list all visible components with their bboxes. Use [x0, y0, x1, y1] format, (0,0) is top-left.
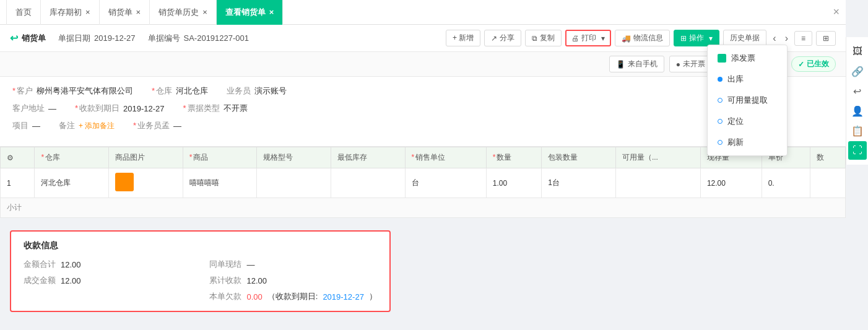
print-button[interactable]: 🖨 打印 ▾: [565, 30, 611, 46]
share-icon: ↗: [491, 34, 497, 43]
row-product-img: [109, 168, 183, 198]
project-label: 项目: [12, 120, 28, 131]
dropdown-refresh[interactable]: 刷新: [708, 132, 787, 153]
outbound-label: 出库: [727, 74, 744, 85]
th-product: 商品: [183, 147, 257, 168]
operations-button[interactable]: ⊞ 操作 ▾: [674, 30, 719, 46]
phone-icon: 📱: [616, 60, 625, 69]
project-value: —: [32, 121, 40, 131]
due-date: 2019-12-27: [323, 292, 364, 302]
tab-close-view[interactable]: ×: [269, 7, 274, 17]
sidebar-return-icon[interactable]: ↩: [848, 82, 867, 100]
settings-icon[interactable]: ⚙: [7, 154, 14, 162]
copy-icon: ⧉: [532, 34, 537, 43]
due-close: ）: [369, 291, 377, 302]
row-qty: 1.00: [486, 168, 542, 198]
locate-icon: [718, 119, 723, 124]
ticket-type-field: 票据类型 不开票: [183, 103, 248, 114]
dropdown-outbound[interactable]: 出库: [708, 69, 787, 90]
history-button[interactable]: 历史单据: [723, 30, 766, 46]
th-pkg-qty: 包装数量: [542, 147, 616, 168]
row-unit: 台: [405, 168, 486, 198]
sidebar-user-icon[interactable]: 👤: [848, 102, 867, 120]
available-qty-icon: [718, 98, 723, 103]
sidebar-link-icon[interactable]: 🔗: [848, 62, 867, 80]
row-spec: [257, 168, 331, 198]
th-settings[interactable]: ⚙: [1, 147, 35, 168]
payment-date-label: 收款到期日: [75, 103, 119, 114]
refresh-icon: [718, 140, 723, 145]
deal-amount-label: 成交金额: [24, 275, 56, 286]
ticket-icon: ●: [676, 60, 680, 69]
add-note-button[interactable]: + 添加备注: [79, 121, 115, 131]
amount-total-row: 金额合计 12.00: [24, 259, 191, 270]
logistics-icon: 🚚: [622, 34, 631, 43]
number-value: SA-20191227-001: [184, 33, 250, 43]
staff-value: —: [173, 121, 181, 131]
ops-dropdown-arrow[interactable]: ▾: [709, 34, 713, 43]
row-pkg-qty: 1台: [542, 168, 616, 198]
sidebar-image-icon[interactable]: 🖼: [848, 42, 867, 61]
view-card-button[interactable]: ⊞: [816, 31, 836, 46]
view-table-button[interactable]: ≡: [794, 31, 812, 46]
payment-section: 收款信息 金额合计 12.00 同单现结 — 成交金额 12.00 累计收款 1…: [10, 230, 391, 312]
th-warehouse: 仓库: [35, 147, 109, 168]
table-row: 1 河北仓库 嘻嘻嘻嘻 台 1.00 1台 12.00 0.: [1, 168, 846, 198]
bottom-area: 收款信息 金额合计 12.00 同单现结 — 成交金额 12.00 累计收款 1…: [0, 218, 846, 324]
tab-sales-order[interactable]: 销货单 ×: [100, 0, 150, 25]
tab-view-sales[interactable]: 查看销货单 ×: [217, 0, 284, 25]
row-min-stock: [331, 168, 405, 198]
note-field: 备注 + 添加备注: [59, 120, 115, 131]
nav-prev-button[interactable]: ‹: [770, 33, 778, 44]
payment-title: 收款信息: [24, 240, 377, 251]
payment-date-field: 收款到期日 2019-12-27: [75, 103, 165, 114]
accumulated-value: 12.00: [246, 276, 267, 285]
logistics-button[interactable]: 🚚 物流信息: [615, 30, 670, 46]
th-unit: 销售单位: [405, 147, 486, 168]
print-dropdown-arrow[interactable]: ▾: [601, 34, 605, 43]
tab-close-history[interactable]: ×: [202, 7, 207, 17]
row-warehouse: 河北仓库: [35, 168, 109, 198]
amount-total-value: 12.00: [61, 260, 81, 269]
salesperson-field: 业务员 演示账号: [227, 85, 287, 97]
tab-close-inventory[interactable]: ×: [85, 7, 90, 17]
tab-inventory-init[interactable]: 库存期初 ×: [41, 0, 100, 25]
due-amount-value: 0.00: [246, 292, 262, 302]
amount-total-label: 金额合计: [24, 259, 56, 270]
due-amount-label: 本单欠款: [209, 291, 241, 302]
row-extra: [810, 168, 845, 198]
refresh-label: 刷新: [727, 137, 744, 148]
sidebar-clipboard-icon[interactable]: 📋: [848, 121, 867, 140]
row-product: 嘻嘻嘻嘻: [183, 168, 257, 198]
doc-title: ↩ 销货单: [10, 32, 46, 44]
same-order-row: 同单现结 —: [209, 259, 376, 270]
row-unit-price: 0.: [762, 168, 810, 198]
copy-button[interactable]: ⧉ 复制: [525, 30, 562, 46]
address-label: 客户地址: [12, 103, 45, 114]
tab-close-sales[interactable]: ×: [136, 7, 141, 17]
share-button[interactable]: ↗ 分享: [484, 30, 521, 46]
th-qty: 数量: [486, 147, 542, 168]
print-icon: 🖨: [571, 34, 579, 43]
same-order-label: 同单现结: [209, 259, 241, 270]
sidebar-expand-icon[interactable]: ⛶: [848, 141, 867, 160]
date-label: 单据日期: [58, 33, 90, 44]
new-button[interactable]: + 新增: [446, 30, 480, 46]
not-opened-button[interactable]: ● 未开票: [669, 56, 712, 72]
operations-dropdown: 添发票 出库 可用量提取 定位 刷新: [707, 45, 788, 156]
doc-title-text: 销货单: [22, 33, 46, 44]
same-order-value: —: [246, 260, 254, 269]
nav-next-button[interactable]: ›: [783, 33, 791, 44]
dropdown-add-invoice[interactable]: 添发票: [708, 48, 787, 69]
dropdown-available-qty[interactable]: 可用量提取: [708, 90, 787, 111]
salesperson-label: 业务员: [227, 85, 251, 97]
payment-date-value: 2019-12-27: [123, 104, 165, 113]
th-extra: 数: [810, 147, 845, 168]
address-field: 客户地址 —: [12, 103, 56, 114]
tab-home[interactable]: 首页: [6, 0, 41, 25]
dropdown-locate[interactable]: 定位: [708, 111, 787, 132]
locate-label: 定位: [727, 116, 744, 127]
window-close-button[interactable]: ×: [833, 6, 840, 19]
from-phone-button[interactable]: 📱 来自手机: [609, 56, 664, 72]
tab-sales-history[interactable]: 销货单历史 ×: [150, 0, 217, 25]
